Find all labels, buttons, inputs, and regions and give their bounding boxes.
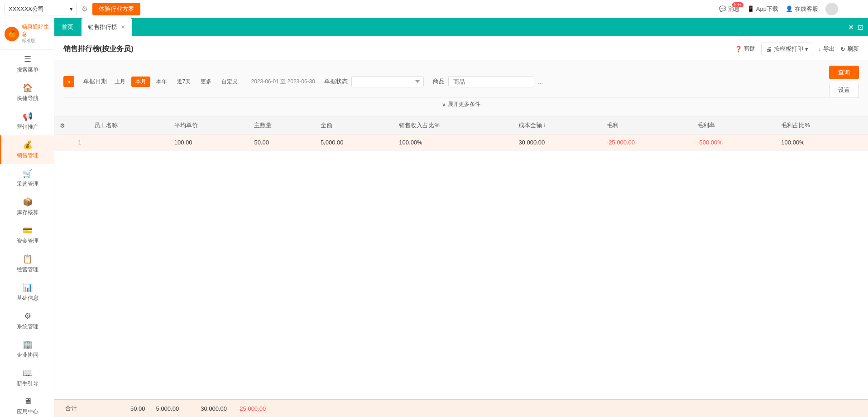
- sidebar-item-apps[interactable]: 🖥 应用中心: [0, 392, 54, 417]
- sidebar-label-finance: 资金管理: [17, 237, 38, 245]
- footer-quantity: 50.00: [125, 405, 151, 412]
- table-row: 1 100.00 50.00 5,000.00 100.00% 30,000.0…: [54, 134, 868, 151]
- message-icon: 💬: [719, 5, 726, 12]
- query-button[interactable]: 查询: [829, 66, 859, 79]
- export-icon: ↓: [819, 46, 822, 53]
- expand-label: 展开更多条件: [448, 101, 480, 108]
- date-filter: 单据日期 上月 本月 本年 近7天 更多 自定义: [83, 77, 242, 87]
- date-buttons: 上月 本月 本年 近7天 更多 自定义: [110, 77, 242, 87]
- col-avg-price-header: 平均单价: [169, 117, 249, 134]
- tab-sales-ranking[interactable]: 销售排行榜 ✕: [82, 18, 132, 36]
- home-icon: 🏠: [23, 83, 33, 93]
- message-button[interactable]: 💬 消息 99+: [719, 5, 740, 13]
- top-bar: XXXXXX公司 ▾ ⚙ 体验行业方案 💬 消息 99+ 📱 App下载 👤 在…: [0, 0, 868, 18]
- online-service-button[interactable]: 👤 在线客服: [786, 5, 818, 13]
- tab-right-controls: ✕ ⊡: [848, 23, 868, 32]
- sidebar-item-nav[interactable]: 🏠 快捷导航: [0, 78, 54, 107]
- footer-gross: -25,000.00: [232, 405, 271, 412]
- sidebar-label-operations: 经营管理: [17, 266, 38, 273]
- col-settings-header[interactable]: ⚙: [54, 117, 71, 134]
- tab-maximize-icon[interactable]: ⊡: [858, 23, 863, 32]
- sidebar-item-finance[interactable]: 💳 资金管理: [0, 221, 54, 249]
- date-btn-this-year[interactable]: 本年: [152, 77, 171, 87]
- cost-info-icon[interactable]: ℹ: [544, 123, 546, 128]
- sidebar-item-purchase[interactable]: 🛒 采购管理: [0, 164, 54, 192]
- logo-sub: 标准版: [22, 38, 49, 44]
- status-select[interactable]: [351, 76, 424, 87]
- status-filter: 单据状态: [324, 76, 424, 87]
- sidebar-item-sales[interactable]: 💰 销售管理: [0, 135, 54, 164]
- goods-input[interactable]: [448, 76, 534, 87]
- avatar[interactable]: [825, 3, 838, 15]
- settings-set-button[interactable]: 设置: [829, 83, 859, 97]
- sidebar-item-guide[interactable]: 📖 新手引导: [0, 364, 54, 392]
- col-amount-header: 全额: [315, 117, 393, 134]
- app-label: App下载: [756, 5, 778, 13]
- table-header: ⚙ 员工名称 平均单价 主数量 全额 销售收入占比% 成本全额 ℹ 毛利 毛利率…: [54, 117, 868, 134]
- basic-icon: 📊: [23, 283, 33, 292]
- refresh-label: 刷新: [847, 45, 859, 53]
- tab-home[interactable]: 首页: [54, 18, 81, 36]
- more-options-dots[interactable]: ...: [538, 78, 543, 85]
- col-gross-pct-header: 毛利占比%: [776, 117, 868, 134]
- trial-button[interactable]: 体验行业方案: [92, 3, 140, 15]
- footer-cost: 30,000.00: [195, 405, 232, 412]
- service-icon: 👤: [786, 5, 793, 12]
- sidebar-item-inventory[interactable]: 📦 库存核算: [0, 192, 54, 221]
- sales-icon: 💰: [23, 140, 33, 150]
- row-rank: 1: [71, 134, 89, 151]
- date-btn-more[interactable]: 更多: [197, 77, 216, 87]
- refresh-button[interactable]: ↻ 刷新: [840, 45, 859, 53]
- refresh-icon: ↻: [840, 46, 845, 53]
- logo-text: 畅康通好生意: [22, 24, 49, 38]
- row-settings-cell: [54, 134, 71, 151]
- sidebar-label-guide: 新手引导: [17, 380, 38, 388]
- date-filter-label: 单据日期: [83, 77, 107, 86]
- expand-more-button[interactable]: ∨ 展开更多条件: [442, 101, 480, 108]
- page-actions: ❓ 帮助 🖨 按模板打印 ▾ ↓ 导出 ↻ 刷新: [735, 43, 859, 55]
- sidebar-label-basic: 基础信息: [17, 294, 38, 302]
- help-label: 帮助: [744, 45, 756, 53]
- export-button[interactable]: ↓ 导出: [819, 45, 835, 53]
- user-name[interactable]: [845, 3, 863, 15]
- sidebar-label-system: 系统管理: [17, 323, 38, 331]
- sidebar-logo: 🍊 畅康通好生意 标准版: [0, 18, 54, 50]
- date-btn-this-month[interactable]: 本月: [131, 77, 150, 87]
- sidebar-item-system[interactable]: ⚙ 系统管理: [0, 307, 54, 335]
- sidebar-item-operations[interactable]: 📋 经营管理: [0, 249, 54, 278]
- query-area: 查询 设置: [829, 66, 859, 97]
- sidebar-item-basic[interactable]: 📊 基础信息: [0, 278, 54, 307]
- row-avg-price: 100.00: [169, 134, 249, 151]
- marketing-icon: 📢: [23, 111, 33, 121]
- expand-chevron-icon: ∨: [442, 101, 446, 108]
- status-filter-label: 单据状态: [324, 77, 348, 86]
- content-area: 首页 销售排行榜 ✕ ✕ ⊡ 销售排行榜(按业务员) ❓ 帮助: [54, 18, 868, 417]
- date-btn-custom[interactable]: 自定义: [217, 77, 242, 87]
- sidebar-label-search: 搜索菜单: [17, 66, 38, 74]
- print-button[interactable]: 🖨 按模板打印 ▾: [761, 43, 813, 55]
- sidebar-label-apps: 应用中心: [17, 408, 38, 416]
- enterprise-icon: 🏢: [23, 340, 33, 350]
- tab-close-icon[interactable]: ✕: [121, 24, 125, 30]
- goods-filter: 商品 ...: [433, 76, 543, 87]
- company-selector[interactable]: XXXXXX公司 ▾: [5, 3, 77, 15]
- data-table: ⚙ 员工名称 平均单价 主数量 全额 销售收入占比% 成本全额 ℹ 毛利 毛利率…: [54, 117, 868, 151]
- logo-icon: 🍊: [5, 27, 19, 41]
- app-download-button[interactable]: 📱 App下载: [747, 5, 778, 13]
- filter-expand-toggle[interactable]: »: [63, 76, 74, 87]
- export-label: 导出: [823, 45, 835, 53]
- print-icon: 🖨: [766, 46, 772, 53]
- row-gross: -25,000.00: [601, 134, 692, 151]
- table-footer: 合计 50.00 5,000.00 30,000.00 -25,000.00: [54, 399, 868, 417]
- sidebar-item-enterprise[interactable]: 🏢 企业协同: [0, 335, 54, 364]
- apps-icon: 🖥: [24, 397, 32, 406]
- sidebar-item-search[interactable]: ☰ 搜索菜单: [0, 50, 54, 78]
- date-btn-last-month[interactable]: 上月: [110, 77, 129, 87]
- purchase-icon: 🛒: [23, 168, 33, 178]
- settings-icon[interactable]: ⚙: [82, 5, 88, 13]
- filter-bar: » 单据日期 上月 本月 本年 近7天 更多 自定义: [54, 60, 868, 117]
- sidebar-item-marketing[interactable]: 📢 营销推广: [0, 107, 54, 135]
- help-button[interactable]: ❓ 帮助: [735, 45, 756, 53]
- date-btn-7days[interactable]: 近7天: [173, 77, 195, 87]
- tab-close-window-icon[interactable]: ✕: [848, 23, 854, 32]
